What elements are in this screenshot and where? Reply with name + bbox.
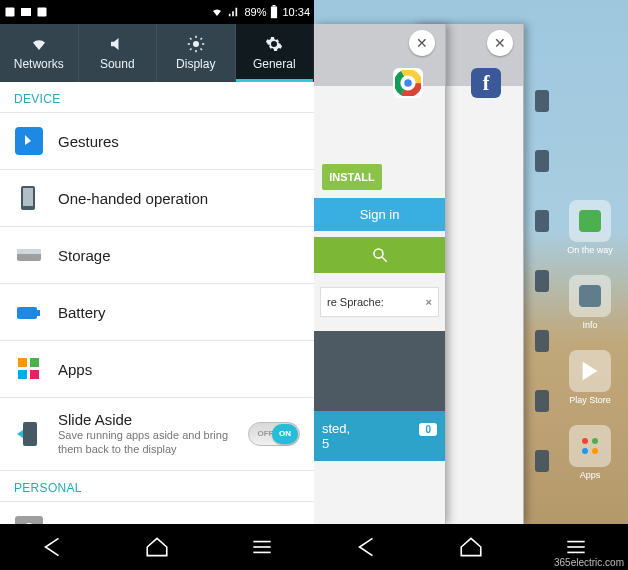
svg-rect-23 xyxy=(30,370,39,379)
settings-tabs: Networks Sound Display General xyxy=(0,24,314,82)
status-bar: 89% 10:34 xyxy=(0,0,314,24)
signal-icon xyxy=(228,6,238,18)
app-play-store[interactable]: Play Store xyxy=(561,350,619,405)
tab-display[interactable]: Display xyxy=(157,24,236,82)
battery-icon xyxy=(270,5,278,19)
edge-handle[interactable] xyxy=(535,270,549,292)
home-icon[interactable] xyxy=(144,534,170,560)
storage-icon xyxy=(14,240,44,270)
toggle-on-label: ON xyxy=(279,429,291,438)
svg-rect-18 xyxy=(17,307,37,319)
section-device: DEVICE xyxy=(0,82,314,113)
close-icon[interactable]: × xyxy=(426,296,432,308)
edge-handle[interactable] xyxy=(535,330,549,352)
tab-label: Display xyxy=(176,57,215,71)
svg-rect-24 xyxy=(23,422,37,446)
close-icon[interactable]: ✕ xyxy=(487,30,513,56)
comment-count: 0 xyxy=(419,423,437,436)
svg-rect-3 xyxy=(273,5,276,7)
edge-handles xyxy=(530,90,554,472)
back-icon[interactable] xyxy=(39,534,65,560)
svg-rect-22 xyxy=(18,370,27,379)
edge-handle[interactable] xyxy=(535,90,549,112)
edge-handle[interactable] xyxy=(535,450,549,472)
svg-rect-36 xyxy=(579,285,601,307)
close-icon[interactable]: ✕ xyxy=(409,30,435,56)
apps-icon xyxy=(14,354,44,384)
language-box[interactable]: re Sprache: × xyxy=(320,287,439,317)
nav-bar xyxy=(0,524,314,570)
clock: 10:34 xyxy=(282,6,310,18)
row-one-handed[interactable]: One-handed operation xyxy=(0,170,314,227)
svg-line-11 xyxy=(190,49,192,51)
row-apps[interactable]: Apps xyxy=(0,341,314,398)
app-info[interactable]: Info xyxy=(561,275,619,330)
article-thumb[interactable] xyxy=(314,331,445,411)
edge-handle[interactable] xyxy=(535,150,549,172)
install-button[interactable]: INSTALL xyxy=(322,164,382,190)
row-title: Gestures xyxy=(58,133,300,150)
recents-icon[interactable] xyxy=(249,534,275,560)
back-icon[interactable] xyxy=(353,534,379,560)
home-icon[interactable] xyxy=(458,534,484,560)
search-bar[interactable] xyxy=(314,237,445,273)
home-icons: On the way Info Play Store Apps xyxy=(560,200,620,480)
svg-point-47 xyxy=(374,249,383,258)
svg-rect-17 xyxy=(17,249,41,254)
slide-aside-toggle[interactable]: OFF ON xyxy=(248,422,300,446)
svg-line-12 xyxy=(200,38,202,40)
sign-in-button[interactable]: Sign in xyxy=(314,198,445,231)
tab-networks[interactable]: Networks xyxy=(0,24,79,82)
svg-point-40 xyxy=(592,448,598,454)
tab-general[interactable]: General xyxy=(236,24,315,82)
edge-handle[interactable] xyxy=(535,390,549,412)
app-apps[interactable]: Apps xyxy=(561,425,619,480)
posted-text: 5 xyxy=(322,436,437,451)
svg-line-10 xyxy=(200,49,202,51)
speaker-icon xyxy=(107,35,127,53)
app-label: Apps xyxy=(580,470,601,480)
svg-point-4 xyxy=(193,41,199,47)
svg-rect-19 xyxy=(37,310,40,316)
svg-line-9 xyxy=(190,38,192,40)
language-label: re Sprache: xyxy=(327,296,384,308)
article-footer[interactable]: sted, 5 0 xyxy=(314,411,445,461)
phone-slide-aside: 89% 10:35 On the way Info Play Store App… xyxy=(314,0,628,570)
svg-line-48 xyxy=(382,257,387,262)
row-gestures[interactable]: Gestures xyxy=(0,113,314,170)
app-label: On the way xyxy=(567,245,613,255)
tab-sound[interactable]: Sound xyxy=(79,24,158,82)
slide-aside-icon xyxy=(14,419,44,449)
row-title: One-handed operation xyxy=(58,190,300,207)
device-list: Gestures One-handed operation Storage Ba… xyxy=(0,113,314,471)
checkbox-icon xyxy=(36,6,48,18)
tab-label: General xyxy=(253,57,296,71)
row-title: Battery xyxy=(58,304,300,321)
svg-rect-35 xyxy=(579,210,601,232)
tab-label: Networks xyxy=(14,57,64,71)
gestures-icon xyxy=(14,126,44,156)
row-title: Slide Aside xyxy=(58,411,234,428)
one-handed-icon xyxy=(14,183,44,213)
row-title: Storage xyxy=(58,247,300,264)
svg-rect-1 xyxy=(38,8,47,17)
gear-icon xyxy=(264,35,284,53)
svg-rect-21 xyxy=(30,358,39,367)
svg-rect-15 xyxy=(23,188,33,206)
image-icon xyxy=(4,6,16,18)
app-on-the-way[interactable]: On the way xyxy=(561,200,619,255)
aside-panel-chrome[interactable]: ✕ INSTALL Sign in re Sprache: × sted, xyxy=(314,24,446,524)
brightness-icon xyxy=(186,35,206,53)
chrome-icon xyxy=(393,68,423,98)
row-subtitle: Save running apps aside and bring them b… xyxy=(58,429,234,457)
battery-percent: 89% xyxy=(244,6,266,18)
row-title: Apps xyxy=(58,361,300,378)
app-label: Play Store xyxy=(569,395,611,405)
svg-point-39 xyxy=(582,448,588,454)
edge-handle[interactable] xyxy=(535,210,549,232)
row-storage[interactable]: Storage xyxy=(0,227,314,284)
row-slide-aside[interactable]: Slide Aside Save running apps aside and … xyxy=(0,398,314,471)
tab-label: Sound xyxy=(100,57,135,71)
search-icon xyxy=(371,246,389,264)
row-battery[interactable]: Battery xyxy=(0,284,314,341)
